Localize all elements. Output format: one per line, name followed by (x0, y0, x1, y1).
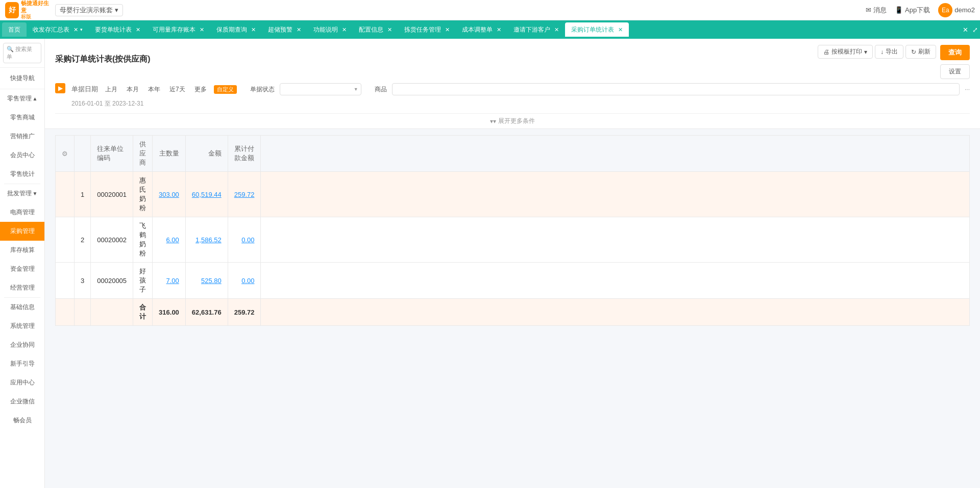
footer-amount-cell: 62,631.76 (185, 299, 228, 326)
logo-area: 好 畅捷通好生意 标版 (5, 0, 50, 19)
nav-maximize-icon[interactable]: ⤢ (972, 26, 978, 34)
col-header-amount: 金额 (185, 136, 228, 172)
row-settings-cell (56, 263, 75, 299)
sidebar-item-retail-mgmt[interactable]: 零售管理 ▲ (0, 89, 44, 108)
sidebar-item-ecommerce-mgmt[interactable]: 电商管理 (0, 203, 44, 222)
sidebar-item-basic-info[interactable]: 基础信息 (0, 298, 44, 317)
tab-close-overstock-warning[interactable]: ✕ (297, 27, 301, 33)
tab-function-desc[interactable]: 功能说明 ✕ (307, 22, 353, 37)
tab-close-purchase-summary[interactable]: ✕ (618, 27, 623, 33)
sidebar-item-inventory-check[interactable]: 库存核算 (0, 241, 44, 260)
supplier-code-cell: 00020001 (91, 172, 133, 217)
sidebar-item-new-guide[interactable]: 新手引导 (0, 354, 44, 373)
shortcut-this-month[interactable]: 本月 (125, 85, 141, 94)
sidebar-item-system-mgmt[interactable]: 系统管理 (0, 317, 44, 336)
message-button[interactable]: ✉ 消息 (866, 6, 887, 15)
tab-close-expiry-query[interactable]: ✕ (251, 27, 256, 33)
footer-qty-cell: 316.00 (153, 299, 186, 326)
sidebar-item-vip-member[interactable]: 畅会员 (0, 411, 44, 430)
sidebar-item-purchase-mgmt[interactable]: 采购管理 (0, 222, 44, 241)
paid-amount-cell[interactable]: 259.72 (228, 172, 261, 217)
sidebar-item-fund-mgmt[interactable]: 资金管理 (0, 260, 44, 278)
refresh-button[interactable]: ↻ 刷新 (905, 45, 936, 59)
sidebar-search-area: 🔍 搜索菜单 (0, 39, 44, 68)
user-profile[interactable]: Ea demo2 (938, 3, 975, 17)
tab-purchase-summary[interactable]: 采购订单统计表 ✕ (565, 22, 629, 37)
shortcut-this-year[interactable]: 本年 (146, 85, 162, 94)
shortcut-7days[interactable]: 近7天 (167, 85, 187, 94)
paid-amount-cell[interactable]: 0.00 (228, 217, 261, 263)
sidebar-item-business-mgmt[interactable]: 经营管理 (0, 278, 44, 297)
query-button[interactable]: 查询 (940, 45, 970, 60)
nav-close-icon[interactable]: ✕ (963, 26, 968, 34)
sidebar-item-enterprise-wechat[interactable]: 企业微信 (0, 392, 44, 411)
sidebar-item-wholesale-mgmt[interactable]: 批发管理 ▼ (0, 184, 44, 203)
row-num-cell: 1 (75, 172, 91, 217)
main-qty-cell[interactable]: 7.00 (153, 263, 186, 299)
tab-cost-adjust[interactable]: 成本调整单 ✕ (456, 22, 507, 37)
tab-close-receive-summary[interactable]: ✕ (74, 27, 78, 33)
phone-icon: 📱 (895, 6, 903, 14)
top-bar: 好 畅捷通好生意 标版 母婴行业演示账套 ▾ ✉ 消息 📱 App下载 Ea d… (0, 0, 980, 20)
shortcut-last-month[interactable]: 上月 (103, 85, 119, 94)
tab-invite-downstream[interactable]: 邀请下游客户 ✕ (507, 22, 565, 37)
tab-receive-summary[interactable]: 收发存汇总表 ✕ ▾ (27, 22, 89, 37)
more-filter-icon[interactable]: ··· (965, 86, 970, 93)
chevron-down-icon: ▾ (80, 27, 83, 32)
settings-button[interactable]: 设置 (940, 64, 970, 79)
tab-pick-task[interactable]: 拣货任务管理 ✕ (398, 22, 456, 37)
tab-close-goods-summary[interactable]: ✕ (136, 27, 140, 33)
tab-close-config-info[interactable]: ✕ (387, 27, 392, 33)
custom-date-badge[interactable]: 自定义 (214, 85, 237, 94)
sidebar-item-retail-mall[interactable]: 零售商城 (0, 108, 44, 127)
search-menu-button[interactable]: 🔍 搜索菜单 (3, 43, 41, 63)
expand-more-button[interactable]: ▾▾ 展开更多条件 (490, 117, 535, 125)
arrow-icon: ▲ (33, 96, 38, 101)
sidebar-item-member-center[interactable]: 会员中心 (0, 146, 44, 165)
supplier-code-cell: 00020002 (91, 217, 133, 263)
tab-home[interactable]: 首页 (2, 22, 27, 37)
tab-goods-summary[interactable]: 要货单统计表 ✕ (89, 22, 146, 37)
paid-amount-cell[interactable]: 0.00 (228, 263, 261, 299)
tab-close-function-desc[interactable]: ✕ (342, 27, 347, 33)
tab-config-info[interactable]: 配置信息 ✕ (353, 22, 398, 37)
filter-toggle-button[interactable]: ▶ (55, 83, 65, 93)
sidebar-item-retail-stats[interactable]: 零售统计 (0, 165, 44, 184)
column-settings-icon[interactable]: ⚙ (62, 150, 68, 158)
tab-inventory-ledger[interactable]: 可用量库存账本 ✕ (146, 22, 210, 37)
refresh-icon: ↻ (911, 48, 916, 56)
tab-expiry-query[interactable]: 保质期查询 ✕ (210, 22, 262, 37)
app-download-button[interactable]: 📱 App下载 (895, 6, 930, 15)
shortcut-more[interactable]: 更多 (192, 85, 209, 94)
amount-cell[interactable]: 1,586.52 (185, 217, 228, 263)
sidebar-item-enterprise-coop[interactable]: 企业协同 (0, 336, 44, 354)
footer-supplier-cell: 合计 (133, 299, 153, 326)
main-qty-cell[interactable]: 303.00 (153, 172, 186, 217)
export-button[interactable]: ↓ 导出 (875, 45, 903, 59)
sidebar-nav: 快捷导航 (0, 68, 44, 89)
tab-close-invite-downstream[interactable]: ✕ (554, 27, 559, 33)
logo-icon: 好 (5, 2, 19, 18)
message-icon: ✉ (866, 6, 871, 14)
workspace-selector[interactable]: 母婴行业演示账套 ▾ (55, 4, 123, 16)
print-button[interactable]: 🖨 按模板打印 ▾ (818, 45, 873, 59)
main-qty-cell[interactable]: 6.00 (153, 217, 186, 263)
tab-close-inventory-ledger[interactable]: ✕ (200, 27, 204, 33)
supplier-name-cell: 飞鹤奶粉 (133, 217, 153, 263)
avatar: Ea (938, 3, 952, 17)
amount-cell[interactable]: 525.80 (185, 263, 228, 299)
tab-overstock-warning[interactable]: 超储预警 ✕ (262, 22, 307, 37)
status-select-wrapper (280, 83, 361, 95)
goods-input[interactable] (392, 83, 960, 95)
tab-close-pick-task[interactable]: ✕ (445, 27, 450, 33)
footer-paid-cell: 259.72 (228, 299, 261, 326)
footer-settings-cell (56, 299, 75, 326)
sidebar-item-app-center[interactable]: 应用中心 (0, 373, 44, 392)
sidebar-item-marketing[interactable]: 营销推广 (0, 127, 44, 146)
col-header-extra (261, 136, 970, 172)
amount-cell[interactable]: 60,519.44 (185, 172, 228, 217)
tab-close-cost-adjust[interactable]: ✕ (497, 27, 501, 33)
printer-icon: 🖨 (823, 48, 829, 56)
sidebar-item-quick-nav[interactable]: 快捷导航 (0, 70, 44, 87)
status-select[interactable] (280, 83, 361, 95)
